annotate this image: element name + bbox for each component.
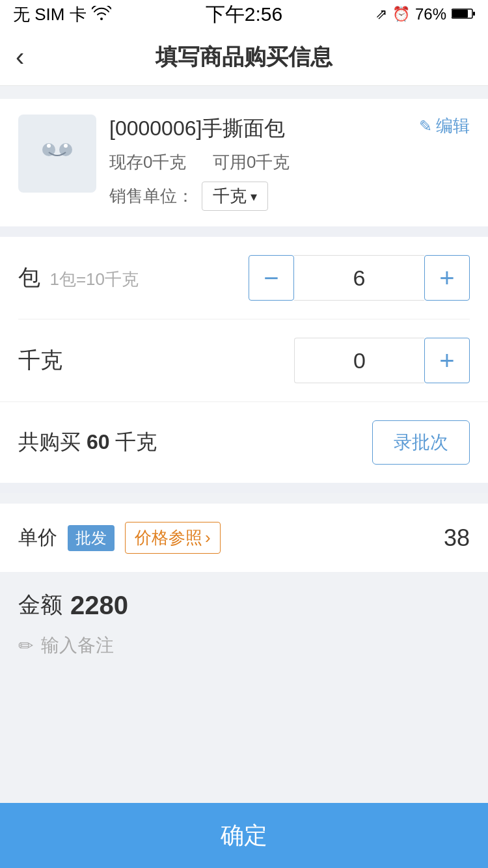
edit-button[interactable]: ✎ 编辑 xyxy=(419,115,470,137)
divider-1 xyxy=(0,226,488,237)
summary-row: 共购买 60 千克 录批次 xyxy=(0,401,488,483)
product-logo xyxy=(34,131,80,176)
bag-sublabel: 1包=10千克 xyxy=(49,269,139,289)
amount-value: 2280 xyxy=(70,591,128,620)
wifi-icon xyxy=(92,5,111,25)
carrier-text: 无 SIM 卡 xyxy=(13,3,87,26)
edit-icon: ✎ xyxy=(419,117,432,135)
status-carrier: 无 SIM 卡 xyxy=(13,3,111,26)
price-value: 38 xyxy=(444,524,470,552)
bag-label-group: 包 1包=10千克 xyxy=(18,263,139,293)
unit-select[interactable]: 千克 ▾ xyxy=(202,182,268,211)
price-label: 单价 xyxy=(18,524,57,551)
nav-bar: ‹ 填写商品购买信息 xyxy=(0,29,488,86)
confirm-button[interactable]: 确定 xyxy=(0,803,488,868)
kg-increment-button[interactable]: + xyxy=(424,338,470,383)
location-icon: ⇗ xyxy=(375,6,387,23)
summary-text: 共购买 60 千克 xyxy=(18,428,157,457)
product-card: [0000006]手撕面包 现存0千克 可用0千克 销售单位： 千克 ▾ ✎ 编… xyxy=(0,99,488,226)
edit-label: 编辑 xyxy=(436,115,470,137)
note-row[interactable]: ✏ 输入备注 xyxy=(18,633,470,658)
price-ref-label: 价格参照 xyxy=(135,526,202,549)
status-right: ⇗ ⏰ 76% xyxy=(375,5,475,23)
product-unit-row: 销售单位： 千克 ▾ xyxy=(109,182,470,211)
amount-row: 金额 2280 xyxy=(18,590,470,620)
price-ref-button[interactable]: 价格参照 › xyxy=(125,522,221,554)
price-ref-arrow: › xyxy=(205,528,211,548)
product-thumbnail xyxy=(18,115,96,193)
unit-dropdown-icon: ▾ xyxy=(251,189,257,204)
battery-icon xyxy=(452,5,475,23)
page-title: 填写商品购买信息 xyxy=(156,42,332,72)
product-stock: 现存0千克 可用0千克 xyxy=(109,151,470,174)
amount-label: 金额 xyxy=(18,590,62,620)
amount-section: 金额 2280 ✏ 输入备注 xyxy=(0,572,488,668)
unit-value: 千克 xyxy=(213,185,247,208)
divider-2 xyxy=(0,483,488,493)
bag-quantity-controls: − + xyxy=(249,255,470,301)
battery-text: 76% xyxy=(415,5,446,23)
batch-button[interactable]: 录批次 xyxy=(372,420,470,465)
alarm-icon: ⏰ xyxy=(392,6,410,23)
bag-quantity-input[interactable] xyxy=(294,255,424,301)
kg-label: 千克 xyxy=(18,347,62,372)
status-bar: 无 SIM 卡 下午2:56 ⇗ ⏰ 76% xyxy=(0,0,488,29)
svg-rect-1 xyxy=(473,12,475,16)
kg-quantity-controls: + xyxy=(294,338,470,383)
kg-quantity-input[interactable] xyxy=(294,338,424,383)
note-placeholder: 输入备注 xyxy=(41,633,114,658)
bag-increment-button[interactable]: + xyxy=(424,255,470,301)
summary-prefix: 共购买 xyxy=(18,430,81,454)
price-type-tag: 批发 xyxy=(68,525,115,551)
summary-amount: 60 xyxy=(87,430,110,454)
status-time: 下午2:56 xyxy=(206,1,282,28)
available-text: 可用0千克 xyxy=(213,152,290,172)
note-icon: ✏ xyxy=(18,635,33,657)
svg-rect-2 xyxy=(452,10,468,18)
product-name: [0000006]手撕面包 xyxy=(109,115,470,143)
back-button[interactable]: ‹ xyxy=(16,42,24,72)
price-section: 单价 批发 价格参照 › 38 xyxy=(0,504,488,572)
bag-decrement-button[interactable]: − xyxy=(249,255,294,301)
unit-label: 销售单位： xyxy=(109,185,194,208)
bag-label: 包 xyxy=(18,265,40,290)
product-info: [0000006]手撕面包 现存0千克 可用0千克 销售单位： 千克 ▾ xyxy=(109,115,470,211)
svg-point-5 xyxy=(47,144,51,148)
stock-text: 现存0千克 xyxy=(109,152,186,172)
summary-unit: 千克 xyxy=(115,430,157,454)
kg-label-group: 千克 xyxy=(18,346,62,375)
bag-quantity-row: 包 1包=10千克 − + xyxy=(18,237,470,319)
svg-point-6 xyxy=(64,144,68,148)
kg-quantity-row: 千克 + xyxy=(18,319,470,401)
quantity-section: 包 1包=10千克 − + 千克 + xyxy=(0,237,488,401)
